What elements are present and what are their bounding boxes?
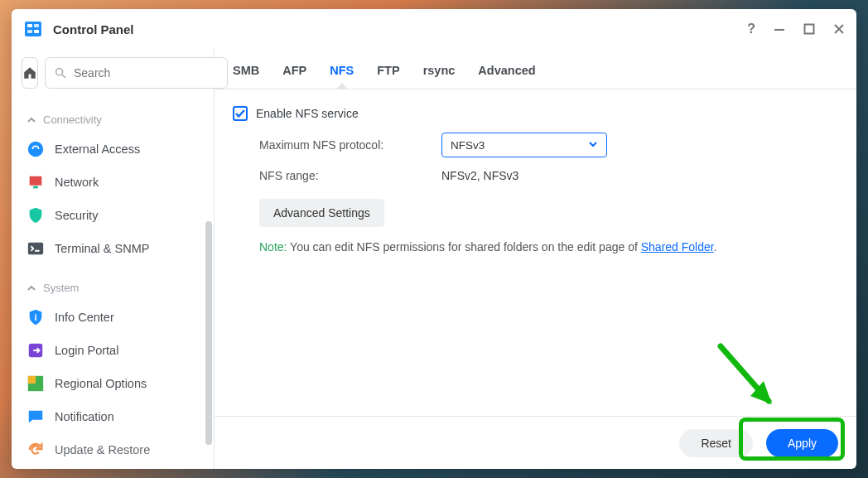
select-value: NFSv3 [451, 139, 485, 152]
sidebar-item-regional[interactable]: Regional Options [12, 367, 214, 400]
search-icon [54, 66, 67, 80]
svg-rect-2 [34, 24, 39, 27]
sidebar-item-terminal[interactable]: Terminal & SNMP [12, 232, 214, 265]
search-input[interactable] [74, 66, 219, 80]
link-icon [27, 140, 45, 158]
control-panel-icon [23, 19, 43, 39]
sidebar-item-login-portal[interactable]: Login Portal [12, 334, 214, 367]
sidebar-item-update[interactable]: Update & Restore [12, 433, 214, 466]
check-icon [234, 108, 246, 119]
svg-rect-3 [27, 30, 32, 33]
enable-nfs-label: Enable NFS service [256, 107, 359, 120]
sidebar-scrollbar[interactable] [205, 221, 212, 445]
sidebar-item-security[interactable]: Security [12, 199, 214, 232]
help-button[interactable]: ? [747, 22, 755, 36]
sidebar-item-external-access[interactable]: External Access [12, 133, 214, 166]
svg-line-8 [62, 75, 65, 78]
section-connectivity[interactable]: Connectivity [12, 97, 214, 133]
refresh-icon [27, 441, 45, 459]
maximize-button[interactable] [803, 23, 815, 35]
sidebar-item-label: Info Center [55, 311, 114, 324]
portal-icon [27, 341, 45, 360]
sidebar-item-label: Notification [55, 410, 114, 423]
footer: Reset Apply [215, 416, 856, 469]
svg-rect-0 [25, 22, 41, 36]
max-proto-label: Maximum NFS protocol: [259, 138, 441, 152]
search-field[interactable] [45, 57, 228, 89]
apply-label: Apply [788, 437, 817, 450]
sidebar-item-notification[interactable]: Notification [12, 400, 214, 433]
sidebar-item-label: Security [55, 209, 98, 222]
home-button[interactable] [22, 57, 38, 89]
chevron-up-icon [27, 115, 36, 125]
tab-ftp[interactable]: FTP [377, 64, 399, 89]
chat-icon [27, 408, 45, 426]
note-label: Note: [259, 240, 287, 253]
sidebar-item-info-center[interactable]: i Info Center [12, 301, 214, 334]
apply-button[interactable]: Apply [766, 429, 838, 457]
svg-rect-1 [27, 24, 32, 27]
sidebar: Connectivity External Access Network Sec… [12, 49, 215, 469]
main-pane: SMB AFP NFS FTP rsync Advanced Enable NF… [215, 49, 856, 469]
sidebar-item-label: Regional Options [55, 377, 147, 390]
nfs-settings: Enable NFS service Maximum NFS protocol:… [215, 89, 856, 416]
svg-point-9 [28, 142, 43, 157]
tab-nfs[interactable]: NFS [330, 64, 354, 89]
titlebar: Control Panel ? [12, 9, 856, 49]
svg-rect-11 [28, 243, 43, 255]
close-button[interactable] [833, 23, 845, 35]
section-label: System [43, 282, 79, 294]
svg-rect-5 [774, 29, 784, 31]
chevron-down-icon [588, 139, 598, 152]
section-system[interactable]: System [12, 265, 214, 301]
reset-label: Reset [701, 437, 731, 450]
tab-advanced[interactable]: Advanced [478, 64, 535, 89]
control-panel-window: Control Panel ? [12, 9, 856, 469]
sidebar-item-label: Update & Restore [55, 443, 150, 456]
advanced-settings-label: Advanced Settings [273, 206, 370, 220]
nfs-note: Note: You can edit NFS permissions for s… [233, 240, 838, 253]
nfs-range-label: NFS range: [259, 169, 441, 182]
svg-rect-15 [28, 376, 36, 384]
svg-rect-6 [805, 25, 814, 34]
sidebar-item-label: Terminal & SNMP [55, 242, 149, 255]
note-end: . [714, 240, 717, 253]
svg-point-7 [56, 69, 63, 75]
window-controls: ? [747, 22, 845, 36]
svg-rect-4 [34, 30, 39, 33]
network-icon [27, 173, 45, 191]
svg-text:i: i [34, 312, 36, 322]
tab-smb[interactable]: SMB [233, 64, 259, 89]
nfs-range-value: NFSv2, NFSv3 [441, 169, 518, 182]
chevron-up-icon [27, 283, 36, 293]
sidebar-item-label: Network [55, 176, 99, 189]
reset-button[interactable]: Reset [679, 429, 753, 457]
window-title: Control Panel [53, 22, 134, 36]
enable-nfs-checkbox[interactable] [233, 106, 248, 121]
globe-icon [27, 374, 45, 393]
minimize-button[interactable] [774, 23, 785, 35]
tab-afp[interactable]: AFP [282, 64, 306, 89]
terminal-icon [27, 239, 45, 258]
advanced-settings-button[interactable]: Advanced Settings [259, 199, 384, 227]
max-proto-select[interactable]: NFSv3 [441, 133, 607, 157]
note-text: You can edit NFS permissions for shared … [287, 240, 640, 253]
tab-rsync[interactable]: rsync [423, 64, 456, 89]
sidebar-item-network[interactable]: Network [12, 166, 214, 199]
shared-folder-link[interactable]: Shared Folder [641, 240, 714, 253]
section-label: Connectivity [43, 113, 102, 126]
info-icon: i [27, 308, 45, 326]
sidebar-item-label: Login Portal [55, 344, 118, 357]
shield-icon [27, 206, 45, 225]
sidebar-item-label: External Access [55, 142, 140, 156]
tab-bar: SMB AFP NFS FTP rsync Advanced [215, 49, 856, 89]
svg-rect-10 [33, 186, 38, 189]
